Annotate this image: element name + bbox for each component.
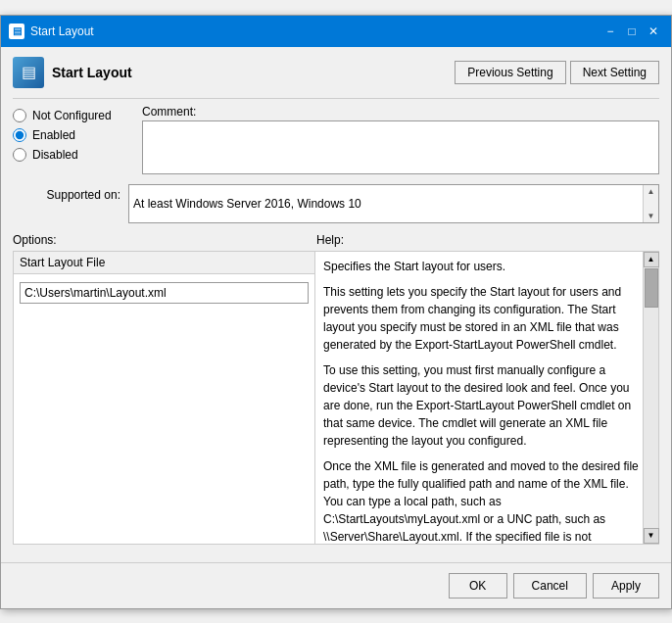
comment-label: Comment: xyxy=(142,105,659,119)
help-content: Specifies the Start layout for users. Th… xyxy=(315,252,658,544)
title-bar-controls: − □ ✕ xyxy=(600,22,663,41)
radio-not-configured-input[interactable] xyxy=(13,109,26,122)
file-input[interactable] xyxy=(21,283,308,303)
help-para-3: Once the XML file is generated and moved… xyxy=(323,457,639,544)
help-para-2: To use this setting, you must first manu… xyxy=(323,361,639,450)
help-para-0: Specifies the Start layout for users. xyxy=(323,258,639,275)
scroll-down-arrow: ▼ xyxy=(648,212,655,220)
radio-not-configured[interactable]: Not Configured xyxy=(13,109,130,122)
radio-disabled-input[interactable] xyxy=(13,148,26,162)
footer: OK Cancel Apply xyxy=(1,562,671,608)
options-header: Start Layout File xyxy=(14,252,314,274)
supported-label: Supported on: xyxy=(13,184,120,202)
scroll-up-button[interactable]: ▲ xyxy=(644,252,659,267)
close-button[interactable]: ✕ xyxy=(644,22,663,41)
help-para-1: This setting lets you specify the Start … xyxy=(323,283,639,354)
supported-field: At least Windows Server 2016, Windows 10… xyxy=(128,184,659,223)
scroll-down-button[interactable]: ▼ xyxy=(644,528,659,544)
page-title: Start Layout xyxy=(52,65,447,80)
next-setting-button[interactable]: Next Setting xyxy=(570,61,659,84)
window-icon: ▤ xyxy=(9,24,24,39)
apply-button[interactable]: Apply xyxy=(593,573,659,599)
options-label: Options: xyxy=(13,233,316,247)
nav-buttons: Previous Setting Next Setting xyxy=(455,61,659,84)
comment-textarea[interactable] xyxy=(142,120,659,174)
main-window: ▤ Start Layout − □ ✕ ▤ Start Layout Prev… xyxy=(0,15,672,609)
two-col-area: Start Layout File Specifies the Start la… xyxy=(13,251,659,545)
cancel-button[interactable]: Cancel xyxy=(513,573,587,599)
radio-comment-section: Not Configured Enabled Disabled Comment: xyxy=(13,105,659,174)
scroll-track xyxy=(644,267,658,528)
maximize-button[interactable]: □ xyxy=(622,22,642,41)
options-body xyxy=(14,274,314,544)
scroll-thumb[interactable] xyxy=(645,268,658,308)
radio-group: Not Configured Enabled Disabled xyxy=(13,105,130,174)
separator-1 xyxy=(13,98,659,99)
supported-row: Supported on: At least Windows Server 20… xyxy=(13,184,659,223)
comment-section: Comment: xyxy=(142,105,659,174)
scroll-up-arrow: ▲ xyxy=(648,187,655,196)
radio-enabled[interactable]: Enabled xyxy=(13,128,130,142)
file-input-container xyxy=(20,282,309,304)
header-row: ▤ Start Layout Previous Setting Next Set… xyxy=(13,57,659,88)
radio-enabled-label: Enabled xyxy=(32,128,75,142)
previous-setting-button[interactable]: Previous Setting xyxy=(455,61,565,84)
ok-button[interactable]: OK xyxy=(449,573,507,599)
supported-scrollbar: ▲ ▼ xyxy=(643,185,658,222)
radio-disabled-label: Disabled xyxy=(32,148,78,162)
help-label: Help: xyxy=(316,233,659,247)
options-panel: Start Layout File xyxy=(14,252,315,544)
minimize-button[interactable]: − xyxy=(600,22,620,41)
help-scrollbar: ▲ ▼ xyxy=(643,252,658,544)
title-bar: ▤ Start Layout − □ ✕ xyxy=(1,16,671,47)
dialog-content: ▤ Start Layout Previous Setting Next Set… xyxy=(1,47,671,554)
title-bar-left: ▤ Start Layout xyxy=(9,24,94,39)
radio-not-configured-label: Not Configured xyxy=(32,109,112,122)
supported-value: At least Windows Server 2016, Windows 10 xyxy=(133,197,654,211)
window-title: Start Layout xyxy=(30,24,94,38)
help-panel: Specifies the Start layout for users. Th… xyxy=(315,252,658,544)
radio-disabled[interactable]: Disabled xyxy=(13,148,130,162)
two-col-labels: Options: Help: xyxy=(13,233,659,247)
radio-enabled-input[interactable] xyxy=(13,128,26,142)
header-icon: ▤ xyxy=(13,57,44,88)
